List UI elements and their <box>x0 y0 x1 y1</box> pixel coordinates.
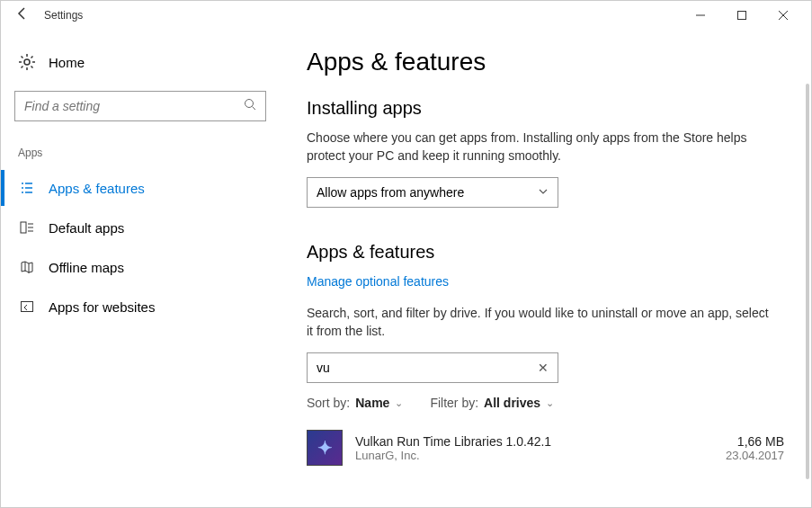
maximize-button[interactable] <box>721 1 763 30</box>
app-publisher: LunarG, Inc. <box>355 449 713 462</box>
chevron-down-icon: ⌄ <box>546 397 554 409</box>
app-date: 23.04.2017 <box>726 449 784 462</box>
titlebar: Settings <box>1 1 811 30</box>
sort-by-control[interactable]: Sort by: Name ⌄ <box>307 396 403 410</box>
search-icon <box>244 98 256 114</box>
clear-icon[interactable]: ✕ <box>538 361 549 375</box>
filter-label: Filter by: <box>430 396 478 410</box>
sidebar-item-apps-websites[interactable]: Apps for websites <box>14 287 266 326</box>
installing-heading: Installing apps <box>307 98 784 119</box>
svg-point-5 <box>245 100 254 108</box>
minimize-button[interactable] <box>680 1 721 30</box>
app-search-input[interactable] <box>317 361 538 375</box>
find-setting-input[interactable] <box>24 99 244 113</box>
sidebar: Home Apps Apps & features Default apps O… <box>1 30 280 507</box>
gear-icon <box>18 53 36 71</box>
nav-label: Offline maps <box>49 260 124 275</box>
app-list-item[interactable]: ✦ Vulkan Run Time Libraries 1.0.42.1 Lun… <box>307 426 784 469</box>
sort-value: Name <box>355 396 389 410</box>
filter-by-control[interactable]: Filter by: All drives ⌄ <box>430 396 554 410</box>
svg-line-6 <box>253 107 256 111</box>
defaults-icon <box>18 220 36 235</box>
svg-rect-7 <box>21 222 26 233</box>
websites-icon <box>18 299 36 314</box>
sidebar-section-label: Apps <box>14 147 266 168</box>
main-panel: Apps & features Installing apps Choose w… <box>280 30 811 507</box>
home-button[interactable]: Home <box>14 48 266 76</box>
chevron-down-icon <box>538 185 549 200</box>
manage-optional-link[interactable]: Manage optional features <box>307 274 449 289</box>
features-heading: Apps & features <box>307 242 784 263</box>
install-source-dropdown[interactable]: Allow apps from anywhere <box>307 177 558 208</box>
close-button[interactable] <box>763 1 804 30</box>
chevron-down-icon: ⌄ <box>395 397 403 409</box>
nav-label: Default apps <box>49 220 124 236</box>
sidebar-item-offline-maps[interactable]: Offline maps <box>14 247 266 287</box>
svg-point-4 <box>24 59 30 65</box>
nav-label: Apps & features <box>49 181 145 196</box>
page-title: Apps & features <box>307 48 784 76</box>
scrollbar[interactable] <box>806 84 809 479</box>
sidebar-item-default-apps[interactable]: Default apps <box>14 208 266 247</box>
features-desc: Search, sort, and filter by drive. If yo… <box>307 305 774 340</box>
svg-rect-1 <box>738 12 746 20</box>
dropdown-value: Allow apps from anywhere <box>317 185 464 200</box>
filter-value: All drives <box>484 396 540 410</box>
home-label: Home <box>49 55 85 70</box>
app-name: Vulkan Run Time Libraries 1.0.42.1 <box>355 434 713 449</box>
app-size: 1,66 MB <box>726 434 784 449</box>
nav-label: Apps for websites <box>49 299 155 315</box>
back-button[interactable] <box>8 6 37 24</box>
app-icon: ✦ <box>307 430 343 466</box>
find-setting-search[interactable] <box>14 91 266 121</box>
installing-desc: Choose where you can get apps from. Inst… <box>307 129 774 165</box>
sort-label: Sort by: <box>307 396 350 410</box>
window-title: Settings <box>44 9 83 22</box>
sidebar-item-apps-features[interactable]: Apps & features <box>14 168 266 208</box>
app-search-box[interactable]: ✕ <box>307 352 558 383</box>
list-icon <box>18 181 36 195</box>
map-icon <box>18 260 36 274</box>
